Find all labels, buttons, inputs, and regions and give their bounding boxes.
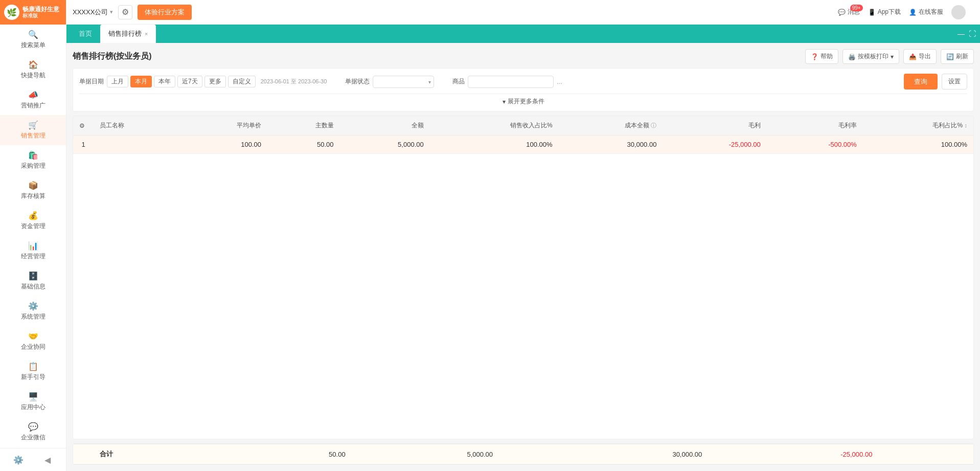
footer-cost: 30,000.00 [546,444,708,464]
sidebar-item-weixin[interactable]: 💬 企业微信 [0,417,66,447]
7days-btn[interactable]: 近7天 [177,76,202,87]
maximize-icon[interactable]: ⛶ [969,30,976,38]
logo: 🌿 畅康通好生意 标准版 [0,0,66,25]
print-chevron-icon: ▾ [891,53,894,60]
query-button[interactable]: 查询 [904,74,938,89]
goods-input[interactable] [468,76,554,88]
date-range: 2023-06-01 至 2023-06-30 [261,78,327,85]
sidebar-item-system[interactable]: ⚙️ 系统管理 [0,296,66,326]
help-icon: ❓ [811,53,818,60]
print-button[interactable]: 🖨️ 按模板打印 ▾ [842,49,899,64]
settings-button[interactable]: 设置 [942,74,967,89]
footer-avg-price [192,444,240,464]
download-icon: 📱 [868,9,876,16]
sidebar-item-marketing[interactable]: 📣 营销推广 [0,85,66,115]
sidebar-item-system-label: 系统管理 [21,312,45,321]
minimize-icon[interactable]: — [958,30,965,38]
database-icon: 🗄️ [28,271,38,281]
footer-profit-rate [878,444,926,464]
employee-cell [94,136,180,154]
refresh-icon: 🔄 [946,53,954,60]
sidebar-item-collab[interactable]: 🤝 企业协同 [0,326,66,356]
sidebar-menu: 🔍 搜索菜单 🏠 快捷导航 📣 营销推广 🛒 销售管理 🛍️ 采购管理 📦 库存… [0,25,66,448]
help-button[interactable]: ❓ 帮助 [805,49,838,64]
sidebar-item-guide[interactable]: 📋 新手引导 [0,356,66,387]
th-profit: 毛利 [663,116,766,136]
sidebar-item-sales[interactable]: 🛒 销售管理 [0,115,66,145]
page-header: 销售排行榜(按业务员) ❓ 帮助 🖨️ 按模板打印 ▾ 📤 导出 🔄 刷新 [73,49,974,64]
profit-rate-cell: -500.00% [767,136,863,154]
window-controls: — ⛶ [958,30,976,38]
tab-sales-rank[interactable]: 销售排行榜 × [100,25,156,43]
header-row: ⚙ 员工名称 平均单价 主数量 全额 销售收入占比% 成本全额 ⓘ 毛利 毛利率 [73,116,973,136]
avatar[interactable] [951,5,966,19]
export-button[interactable]: 📤 导出 [903,49,937,64]
online-service-button[interactable]: 👤 在线客服 [909,8,943,16]
table-header: ⚙ 员工名称 平均单价 主数量 全额 销售收入占比% 成本全额 ⓘ 毛利 毛利率 [73,116,973,136]
tab-home-label: 首页 [79,29,92,38]
service-icon: 👤 [909,9,917,16]
message-badge: 99+ [850,5,863,11]
status-label: 单据状态 [345,77,370,86]
sidebar-item-finance[interactable]: 💰 资金管理 [0,206,66,236]
tab-close-icon[interactable]: × [145,31,148,37]
sidebar-item-search[interactable]: 🔍 搜索菜单 [0,25,66,55]
sidebar-item-marketing-label: 营销推广 [21,101,45,110]
sidebar-item-appstore-label: 应用中心 [21,403,45,412]
sidebar-item-quicknav[interactable]: 🏠 快捷导航 [0,55,66,85]
cost-info-icon[interactable]: ⓘ [651,122,656,128]
custom-date-btn[interactable]: 自定义 [228,76,256,87]
table-row: 1 100.00 50.00 5,000.00 100.00% 30,000.0… [73,136,973,154]
profit-pct-cell: 100.00% [863,136,973,154]
sidebar-item-inventory[interactable]: 📦 库存核算 [0,175,66,206]
th-settings-icon: ⚙ [73,116,94,136]
cost-cell: 30,000.00 [559,136,663,154]
trial-button[interactable]: 体验行业方案 [138,5,192,20]
expand-down-icon: ▾ [503,98,506,105]
message-button[interactable]: 💬 消息 99+ [838,8,860,16]
sidebar-item-operation-label: 经营管理 [21,252,45,261]
tabbar: 首页 销售排行榜 × — ⛶ [66,25,980,43]
footer-amount: 5,000.00 [352,444,499,464]
topbar-settings-icon[interactable]: ⚙ [118,5,132,19]
expand-button[interactable]: ▾ 展开更多条件 [503,97,544,106]
more-date-btn[interactable]: 更多 [204,76,226,87]
company-name: XXXXX公司 [73,8,108,17]
topbar-right: 💬 消息 99+ 📱 App下载 👤 在线客服 [838,5,974,19]
tab-home[interactable]: 首页 [71,25,100,43]
sidebar-item-weixin-label: 企业微信 [21,433,45,442]
topbar: XXXXX公司 ▾ ⚙ 体验行业方案 💬 消息 99+ 📱 App下载 👤 在线… [66,0,980,25]
export-icon: 📤 [909,53,917,60]
company-selector[interactable]: XXXXX公司 ▾ [73,8,113,17]
this-year-btn[interactable]: 本年 [154,76,175,87]
footer-qty: 50.00 [240,444,352,464]
tab-sales-rank-label: 销售排行榜 [108,29,142,38]
app-download-button[interactable]: 📱 App下载 [868,8,901,16]
sidebar-item-quicknav-label: 快捷导航 [21,71,45,80]
goods-more-icon[interactable]: ... [557,78,562,85]
sidebar-item-sales-label: 销售管理 [21,131,45,140]
filter-row: 单据日期 上月 本月 本年 近7天 更多 自定义 2023-06-01 至 20… [79,74,967,89]
footer-row: 合计 50.00 5,000.00 30,000.00 -25,000.00 [73,444,973,464]
sidebar-item-finance-label: 资金管理 [21,222,45,231]
bag-icon: 🛍️ [28,150,38,160]
sidebar-item-purchase[interactable]: 🛍️ 采购管理 [0,145,66,175]
footer-empty [73,444,94,464]
filter-expand-row: ▾ 展开更多条件 [79,94,967,106]
filter-action-buttons: 查询 设置 [904,74,967,89]
column-settings-icon[interactable]: ⚙ [79,122,85,129]
refresh-button[interactable]: 🔄 刷新 [941,49,974,64]
settings-footer-icon[interactable]: ⚙️ [11,453,26,467]
status-select[interactable] [373,76,434,88]
this-month-btn[interactable]: 本月 [130,76,152,87]
logo-title: 畅康通好生意 [22,6,59,13]
search-icon: 🔍 [28,30,38,39]
table-body: 1 100.00 50.00 5,000.00 100.00% 30,000.0… [73,136,973,154]
sidebar-item-basic[interactable]: 🗄️ 基础信息 [0,266,66,296]
date-filter: 单据日期 上月 本月 本年 近7天 更多 自定义 2023-06-01 至 20… [79,76,327,87]
sidebar-item-appstore[interactable]: 🖥️ 应用中心 [0,387,66,417]
collapse-icon[interactable]: ◀ [40,453,55,467]
profit-pct-sort-icon[interactable]: ↕ [965,122,968,128]
last-month-btn[interactable]: 上月 [107,76,128,87]
sidebar-item-operation[interactable]: 📊 经营管理 [0,236,66,266]
